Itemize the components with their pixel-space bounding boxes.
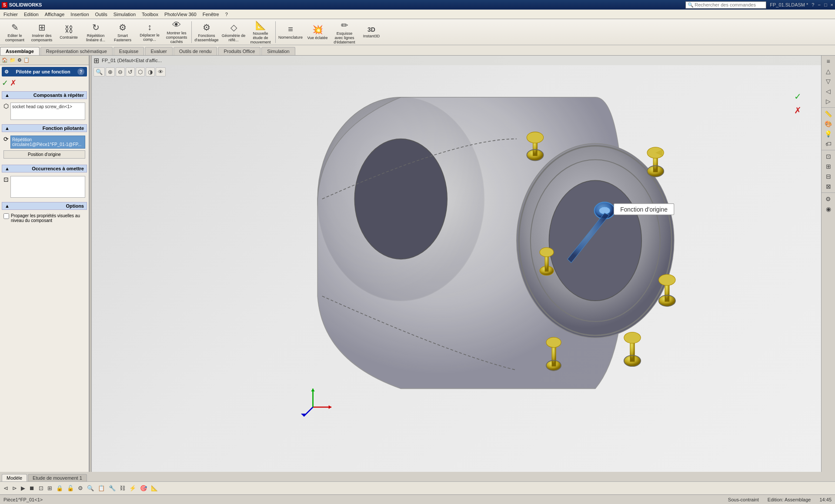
right-btn-measure[interactable]: 📏 — [822, 109, 835, 119]
toolbar-smart-fasteners[interactable]: ⚙ Smart Fasteners — [110, 20, 136, 44]
bottom-btn-13[interactable]: ⛓ — [118, 484, 127, 492]
toolbar-inserer-composants[interactable]: ⊞ Insérer des composants — [29, 20, 55, 44]
menu-fichier[interactable]: Fichier — [1, 11, 20, 18]
toolbar-nomenclature[interactable]: ≡ Nomenclature — [277, 20, 304, 44]
right-btn-4[interactable]: ◁ — [822, 86, 835, 96]
tab-esquisse[interactable]: Esquisse — [114, 47, 144, 55]
menu-edition[interactable]: Edition — [21, 11, 41, 18]
zoom-fit-btn[interactable]: 🔍 — [94, 67, 105, 76]
right-btn-1[interactable]: ≡ — [822, 56, 835, 66]
model-tab-etude[interactable]: Etude de mouvement 1 — [28, 474, 87, 481]
right-btn-view4[interactable]: ⊠ — [822, 182, 835, 191]
tree-icon[interactable]: 📁 — [10, 57, 16, 63]
right-btn-decals[interactable]: 🏷 — [822, 139, 835, 149]
panel-help-btn[interactable]: ? — [77, 68, 84, 75]
toolbar-deplacer[interactable]: ↕ Déplacer le comp... — [137, 20, 163, 44]
menu-fenetre[interactable]: Fenêtre — [200, 11, 222, 18]
toolbar-vue-eclatee[interactable]: 💥 Vue éclatée — [304, 20, 331, 44]
tab-evaluer[interactable]: Evaluer — [145, 47, 172, 55]
tab-simulation[interactable]: Simulation — [261, 47, 295, 55]
overlay-ok-btn[interactable]: ✓ — [792, 90, 804, 103]
right-btn-view1[interactable]: ⊡ — [822, 152, 835, 161]
toolbar-instant3d[interactable]: 3D Instant3D — [358, 20, 384, 44]
cancel-button[interactable]: ✗ — [10, 78, 17, 88]
right-btn-extra1[interactable]: ⚙ — [822, 194, 835, 204]
maximize-btn[interactable]: □ — [824, 2, 827, 7]
home-icon[interactable]: 🏠 — [2, 57, 8, 63]
right-btn-appearance[interactable]: 🎨 — [822, 119, 835, 129]
toolbar-fonctions[interactable]: ⚙ Fonctions d'assemblage — [194, 20, 220, 44]
bottom-btn-7[interactable]: 🔒 — [54, 484, 65, 492]
help-icon[interactable]: ? — [812, 2, 814, 7]
menu-insertion[interactable]: Insertion — [68, 11, 91, 18]
toolbar-contrainte[interactable]: ⛓ Contrainte — [56, 20, 82, 44]
bottom-btn-2[interactable]: ⊳ — [10, 484, 19, 492]
bottom-btn-11[interactable]: 📋 — [96, 484, 107, 492]
right-btn-3[interactable]: ▽ — [822, 76, 835, 86]
overlay-cancel-btn[interactable]: ✗ — [792, 104, 804, 116]
toolbar-esquisse[interactable]: ✏ Esquisse avec lignes d'édatement — [331, 20, 357, 44]
bottom-btn-10[interactable]: 🔍 — [85, 484, 96, 492]
viewport[interactable]: ⊞ FP_01 (Défaut<Etat d'affic... 🔍 ⊕ ⊖ ↺ … — [92, 56, 821, 472]
menu-help[interactable]: ? — [223, 11, 230, 18]
section-options-header[interactable]: ▲ Options — [2, 202, 87, 210]
right-btn-2[interactable]: △ — [822, 66, 835, 76]
toolbar-repetition[interactable]: ↻ Répétition linéaire d... — [83, 20, 109, 44]
ok-button[interactable]: ✓ — [2, 78, 8, 88]
section-occurrences-header[interactable]: ▲ Occurrences à omettre — [2, 165, 87, 172]
view-shading-btn[interactable]: ◑ — [146, 67, 155, 76]
propagate-checkbox[interactable] — [3, 213, 9, 219]
menu-simulation[interactable]: Simulation — [111, 11, 138, 18]
bottom-btn-3[interactable]: ▶ — [19, 484, 27, 492]
section-fonction-header[interactable]: ▲ Fonction pilotante — [2, 124, 87, 132]
zoom-out-btn[interactable]: ⊖ — [116, 67, 125, 76]
bottom-btn-12[interactable]: 🔧 — [107, 484, 117, 492]
tab-representation[interactable]: Représentation schématique — [40, 47, 113, 55]
bottom-btn-5[interactable]: ⊡ — [37, 484, 45, 492]
tab-produits-office[interactable]: Produits Office — [218, 47, 261, 55]
zoom-in-btn[interactable]: ⊕ — [106, 67, 115, 76]
right-btn-view2[interactable]: ⊞ — [822, 162, 835, 171]
model-3d-view[interactable]: Fonction d'origine — [92, 56, 821, 472]
right-btn-view3[interactable]: ⊟ — [822, 172, 835, 181]
bottom-btn-8[interactable]: 🔓 — [65, 484, 76, 492]
bottom-btn-4[interactable]: ⏹ — [27, 484, 37, 492]
rotate-btn[interactable]: ↺ — [126, 67, 135, 76]
occurrences-input[interactable] — [10, 176, 85, 198]
bottom-btn-16[interactable]: 📐 — [149, 484, 160, 492]
close-btn[interactable]: × — [831, 2, 833, 7]
right-separator-3 — [822, 192, 835, 193]
minimize-btn[interactable]: − — [818, 2, 820, 7]
model-tab-modele[interactable]: Modèle — [2, 474, 27, 481]
toolbar-geometrie[interactable]: ◇ Géométrie de réfé... — [220, 20, 247, 44]
bottom-btn-6[interactable]: ⊞ — [46, 484, 54, 492]
menu-outils[interactable]: Outils — [93, 11, 110, 18]
fonction-input[interactable]: Répétition circulaire1@Pièce1^FP_01-1@FP… — [10, 136, 85, 149]
search-input[interactable] — [695, 2, 764, 7]
command-search[interactable]: 🔍 — [685, 1, 766, 9]
config-icon[interactable]: ⚙ — [17, 57, 22, 63]
toolbar-montrer[interactable]: 👁 Montrer les composants cachés — [164, 20, 190, 44]
fonction-icon: ⟳ — [3, 136, 9, 143]
menu-affichage[interactable]: Affichage — [42, 11, 67, 18]
toolbar-nouvelle-etude[interactable]: 📐 Nouvelle étude de mouvement — [247, 20, 274, 44]
position-origine-btn[interactable]: Position d'origine — [3, 150, 85, 159]
composants-input[interactable]: socket head cap screw_din<1> — [10, 103, 85, 120]
bottom-btn-14[interactable]: ⚡ — [127, 484, 138, 492]
right-btn-5[interactable]: ▷ — [822, 96, 835, 106]
section-composants-header[interactable]: ▲ Composants à répéter — [2, 91, 87, 99]
menu-toolbox[interactable]: Toolbox — [139, 11, 161, 18]
bottom-btn-9[interactable]: ⚙ — [76, 484, 85, 492]
tab-assemblage[interactable]: Assemblage — [0, 47, 40, 55]
panel-icon: ⚙ — [4, 69, 9, 75]
view-orient-btn[interactable]: ⬡ — [136, 67, 145, 76]
right-btn-scene[interactable]: 💡 — [822, 129, 835, 139]
toolbar-editer-composant[interactable]: ✎ Editer le composant — [2, 20, 28, 44]
tab-outils-rendu[interactable]: Outils de rendu — [174, 47, 217, 55]
bottom-btn-15[interactable]: 🎯 — [138, 484, 149, 492]
menu-photoview[interactable]: PhotoView 360 — [162, 11, 199, 18]
bottom-btn-1[interactable]: ⊲ — [2, 484, 10, 492]
right-btn-extra2[interactable]: ◉ — [822, 204, 835, 214]
display-icon[interactable]: 📋 — [23, 57, 30, 63]
view-hide-btn[interactable]: 👁 — [156, 67, 166, 76]
